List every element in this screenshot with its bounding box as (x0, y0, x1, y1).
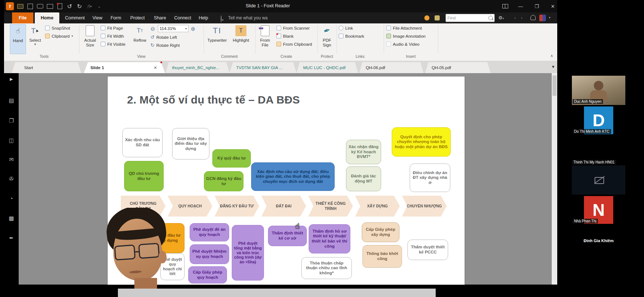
zoom-out-icon[interactable]: ⊖ (150, 26, 155, 32)
from-scanner-button[interactable]: From Scanner (276, 26, 310, 30)
fit-visible-button[interactable]: Fit Visible (101, 42, 126, 46)
fit-page-button[interactable]: Fit Page (101, 26, 123, 30)
document-tab-4[interactable]: TVDTM SAN BAY GIA ... (230, 62, 297, 73)
tell-me-bulb-icon (221, 16, 222, 22)
scrollbar-thumb[interactable] (552, 75, 556, 96)
menu-tab-share[interactable]: Share (150, 12, 170, 23)
menu-tab-comment[interactable]: Comment (62, 12, 88, 23)
pages-panel-icon[interactable]: ❐ (4, 117, 19, 124)
next-icon[interactable]: › (521, 15, 522, 20)
select-button[interactable]: T▲ Select ▼ (27, 24, 44, 58)
account-caret-icon[interactable]: ▾ (549, 16, 551, 19)
fit-width-icon (101, 34, 105, 38)
participant-name: Duc Anh Nguyen (573, 99, 603, 104)
clipboard-icon (45, 34, 50, 38)
ribbon-group-label-insert: Insert (384, 54, 438, 59)
highlight-button[interactable]: T Highlight (230, 24, 252, 43)
vertical-scrollbar[interactable] (552, 73, 557, 285)
flow-stage-chevron: XÂY DỰNG (355, 196, 400, 217)
reflow-button[interactable]: TT Reflow (131, 24, 148, 43)
assistant-icon[interactable] (435, 15, 440, 20)
from-clipboard-button[interactable]: From Clipboard (276, 42, 312, 46)
gear-icon[interactable]: ⚙▾ (498, 15, 504, 20)
hand-tool-icon[interactable]: ☝▾ (85, 2, 93, 10)
menu-tab-help[interactable]: Help (195, 12, 212, 23)
signature-panel-icon[interactable]: ✒ (4, 235, 19, 241)
restore-button[interactable]: ❐ (531, 0, 543, 12)
zoom-value: 114.31% (160, 26, 176, 31)
undo-icon[interactable]: ↺ (66, 2, 74, 10)
zoom-level-select[interactable]: 114.31%▾ (158, 25, 189, 32)
participant-tile[interactable]: NNhà Phan Thị (572, 195, 625, 225)
participant-name: Do Thi Minh Anh KTC (573, 129, 611, 134)
document-tab-2[interactable]: Slide 1✕ (84, 62, 165, 73)
menu-tab-protect[interactable]: Protect (125, 12, 150, 23)
bell-icon[interactable] (531, 15, 536, 20)
email-icon[interactable] (46, 2, 54, 10)
audio-video-button[interactable]: Audio & Video (386, 42, 420, 46)
stamps-panel-icon[interactable]: ◔ (4, 195, 19, 202)
zoom-in-icon[interactable]: ⊕ (191, 26, 196, 32)
close-button[interactable]: ✕ (547, 0, 559, 12)
layout-grid-icon[interactable] (499, 0, 511, 12)
minimize-button[interactable]: — (514, 0, 527, 12)
search-icon[interactable] (488, 16, 493, 20)
document-tab-3[interactable]: thuyet_minh_BC_nghie... (165, 62, 230, 73)
ribbon-collapse-icon[interactable]: ∧ (550, 53, 553, 58)
new-document-icon[interactable]: ✱ (56, 2, 64, 10)
attachments-panel-icon[interactable]: ✇ (4, 176, 19, 182)
participant-tile[interactable]: Duc Anh Nguyen (572, 76, 625, 105)
blank-button[interactable]: ✱Blank (276, 34, 294, 38)
tell-me-input[interactable]: Tell me what you wa (228, 15, 268, 20)
image-annotation-button[interactable]: Image Annotation (386, 34, 426, 38)
clipboard-button[interactable]: Clipboard▾ (45, 34, 73, 38)
menu-tab-view[interactable]: View (88, 12, 107, 23)
bookmarks-panel-icon[interactable]: ▤ (4, 97, 19, 104)
security-panel-icon[interactable]: ▩ (4, 215, 19, 222)
participant-tile[interactable]: Đinh Gia Khiêm (572, 225, 625, 257)
rotate-left-button[interactable]: ↺Rotate Left (150, 34, 177, 40)
layers-panel-icon[interactable]: ◫ (4, 137, 19, 144)
print-icon[interactable] (36, 2, 44, 10)
flow-box-b2: Giới thiệu địa điểm đầu tư xây dựng (172, 128, 209, 159)
foxit-logo-icon[interactable]: f (6, 2, 14, 10)
save-icon[interactable] (26, 2, 34, 10)
menu-tab-connect[interactable]: Connect (170, 12, 195, 23)
account-avatar[interactable] (539, 15, 546, 21)
tab-close-icon[interactable]: ✕ (154, 65, 157, 70)
customize-toolbar-icon[interactable]: ⌄ (95, 2, 103, 10)
participant-tile[interactable]: DDo Thi Minh Anh KTC (572, 106, 625, 135)
hand-button[interactable]: ☝ Hand (10, 24, 26, 54)
document-tab-7[interactable]: QH-05.pdf (425, 62, 491, 73)
find-box[interactable]: Find (446, 14, 495, 22)
from-file-button[interactable]: From File (257, 24, 273, 48)
participant-tile[interactable]: Thinh Thi My Hanh HN01 (572, 165, 625, 195)
document-tab-1[interactable]: Start (12, 62, 81, 73)
document-tab-6[interactable]: QH-06.pdf (359, 62, 424, 73)
fit-visible-icon (101, 42, 105, 46)
document-tab-label: QH-05.pdf (432, 65, 451, 70)
document-tab-5[interactable]: MỤC LỤC - QHDC.pdf (297, 62, 358, 73)
bookmark-button[interactable]: Bookmark (339, 34, 364, 38)
menu-tab-file[interactable]: File (12, 12, 33, 23)
expand-arrow-icon[interactable]: ▶ (4, 77, 19, 82)
menu-tab-home[interactable]: Home (35, 12, 59, 23)
prev-icon[interactable]: ‹ (514, 15, 516, 20)
redo-icon[interactable]: ↻ (75, 2, 83, 10)
pdf-sign-button[interactable]: ✒ PDF Sign (319, 24, 335, 48)
tab-overflow-icon[interactable]: ▼ (551, 65, 555, 69)
comments-panel-icon[interactable]: ✉ (4, 156, 19, 163)
link-button[interactable]: Link (339, 26, 353, 30)
actual-size-button[interactable]: Actual Size (81, 24, 99, 48)
document-tab-label: Start (24, 65, 33, 70)
file-attachment-button[interactable]: File Attachment (386, 26, 422, 30)
slide-title: 2. Một số ví dụ thực tế – DA BĐS (127, 94, 300, 106)
reflow-icon: TT (137, 24, 143, 37)
menu-tab-form[interactable]: Form (107, 12, 125, 23)
typewriter-button[interactable]: TI Typewriter (206, 24, 228, 43)
camera-off-icon (595, 177, 604, 184)
rotate-right-button[interactable]: ↻Rotate Right (150, 42, 180, 48)
snapshot-button[interactable]: SnapShot (45, 26, 70, 30)
open-icon[interactable] (16, 2, 24, 10)
fit-width-button[interactable]: Fit Width (101, 34, 124, 38)
